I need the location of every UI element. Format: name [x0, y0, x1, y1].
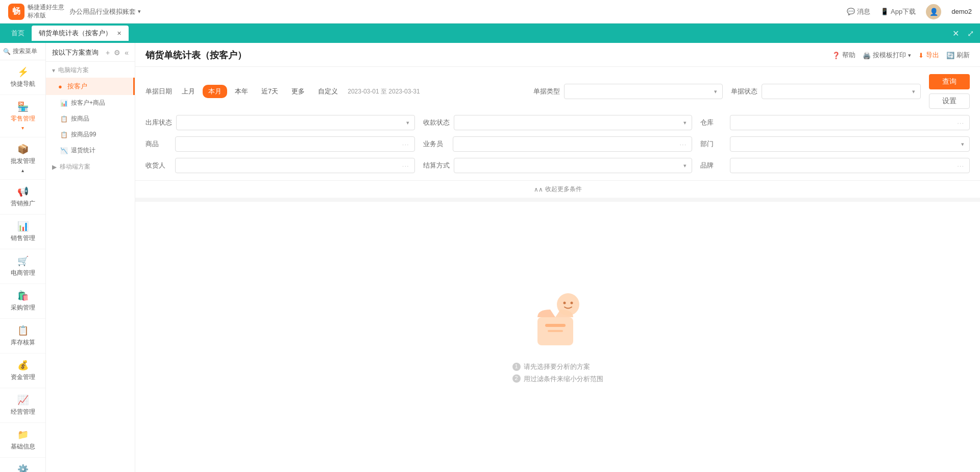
department-arrow-icon: ▾ — [961, 141, 964, 148]
user-name[interactable]: demo2 — [951, 8, 972, 15]
sidebar-item-retail[interactable]: 🏪 零售管理 ▾ — [0, 95, 45, 137]
date-more-button[interactable]: 更多 — [286, 85, 310, 98]
sidebar-item-nav[interactable]: ⚡ 快捷导航 — [0, 60, 45, 95]
mobile-group-title[interactable]: ▶ 移动端方案 — [46, 158, 135, 174]
message-icon: 💬 — [847, 8, 855, 15]
sidebar-item-finance[interactable]: 💰 资金管理 — [0, 353, 45, 388]
scheme-item-return-stat[interactable]: 📉 退货统计 — [46, 143, 135, 158]
doc-type-select[interactable]: ▾ — [564, 84, 723, 99]
page-actions: ❓ 帮助 🖨️ 按模板打印 ▾ ⬇ 导出 🔄 刷新 — [832, 51, 970, 60]
template-print-button[interactable]: 🖨️ 按模板打印 ▾ — [863, 51, 911, 60]
tab-expand-button[interactable]: ⤢ — [965, 28, 976, 39]
date-this-year-button[interactable]: 本年 — [229, 85, 254, 98]
department-label: 部门 — [700, 139, 726, 149]
sidebar-search-label: 搜索菜单 — [13, 47, 37, 56]
payment-status-arrow-icon: ▾ — [683, 120, 687, 126]
hint-num-2: 2 — [512, 374, 521, 383]
tab-home[interactable]: 首页 — [4, 26, 32, 41]
date-last-month-button[interactable]: 上月 — [176, 85, 201, 98]
scheme-item-by-customer[interactable]: ● 按客户 — [46, 78, 135, 95]
left-panel-header-icons: + ⚙ « — [106, 49, 129, 57]
page-header: 销货单统计表（按客户） ❓ 帮助 🖨️ 按模板打印 ▾ ⬇ 导出 — [135, 43, 980, 67]
sidebar-item-sales[interactable]: 📊 销售管理 — [0, 215, 45, 249]
brand-input[interactable]: ··· — [730, 158, 970, 173]
scheme-settings-button[interactable]: ⚙ — [114, 49, 120, 57]
product-input[interactable]: ··· — [175, 136, 415, 152]
sidebar-search[interactable]: 🔍 搜索菜单 — [0, 43, 45, 60]
salesperson-input[interactable]: ··· — [453, 136, 693, 152]
export-button[interactable]: ⬇ 导出 — [918, 51, 939, 60]
tab-sales-stat[interactable]: 销货单统计表（按客户） ✕ — [32, 26, 129, 41]
date-custom-button[interactable]: 自定义 — [312, 85, 344, 98]
settings-button[interactable]: 设置 — [929, 93, 970, 109]
filter-area: 单据日期 上月 本月 本年 近7天 更多 自定义 2023-03-01 至 20… — [135, 67, 980, 180]
collapse-row[interactable]: ∧∧ 收起更多条件 — [135, 180, 980, 198]
scheme-item-by-product[interactable]: 📋 按商品 — [46, 111, 135, 127]
app-download-label: App下载 — [891, 7, 916, 16]
doc-type-label: 单据类型 — [533, 87, 560, 96]
app-download-button[interactable]: 📱 App下载 — [880, 7, 916, 16]
breadcrumb-selector[interactable]: 办公用品行业模拟账套 ▾ — [69, 7, 141, 16]
message-button[interactable]: 💬 消息 — [847, 7, 870, 16]
logo-text: 畅捷通好生意 标准版 — [28, 4, 64, 19]
date-last-7-button[interactable]: 近7天 — [256, 85, 284, 98]
header-left: 畅 畅捷通好生意 标准版 办公用品行业模拟账套 ▾ — [8, 4, 141, 20]
filter-row-3: 商品 ··· 业务员 ··· 部门 — [145, 136, 970, 152]
department-filter-item: 部门 ▾ — [700, 136, 970, 152]
tab-minimize-button[interactable]: ✕ — [950, 28, 961, 39]
sidebar-item-purchase[interactable]: 🛍️ 采购管理 — [0, 284, 45, 319]
settlement-label: 结算方式 — [423, 161, 450, 170]
add-scheme-button[interactable]: + — [106, 49, 110, 57]
print-arrow-icon: ▾ — [908, 52, 911, 59]
out-status-select[interactable]: ▾ — [176, 115, 415, 130]
settlement-arrow-icon: ▾ — [683, 162, 687, 169]
desktop-group-label: 电脑端方案 — [58, 66, 89, 75]
by-customer-label: 按客户 — [67, 82, 87, 91]
query-button[interactable]: 查询 — [929, 74, 970, 89]
refresh-icon: 🔄 — [946, 52, 954, 59]
sidebar-wholesale-label: 批发管理 — [11, 157, 35, 166]
tab-home-label: 首页 — [11, 29, 24, 38]
sidebar-item-ecom[interactable]: 🛒 电商管理 — [0, 249, 45, 284]
doc-status-arrow-icon: ▾ — [912, 88, 915, 95]
tabs-bar: 首页 销货单统计表（按客户） ✕ ✕ ⤢ — [0, 23, 980, 43]
left-panel-title: 按以下方案查询 — [52, 48, 99, 57]
payment-status-select[interactable]: ▾ — [454, 115, 693, 130]
sidebar-item-operation[interactable]: 📈 经营管理 — [0, 388, 45, 423]
left-panel: 按以下方案查询 + ⚙ « ▾ 电脑端方案 ● 按客户 📊 按客户+商品 📋 — [46, 43, 135, 472]
sidebar-item-basic[interactable]: 📁 基础信息 — [0, 423, 45, 458]
logo-icon: 畅 — [8, 4, 24, 20]
operation-icon: 📈 — [17, 394, 29, 406]
settlement-select[interactable]: ▾ — [454, 158, 693, 173]
sidebar-item-inventory[interactable]: 📋 库存核算 — [0, 319, 45, 353]
scheme-item-by-product-99[interactable]: 📋 按商品99 — [46, 127, 135, 143]
export-icon: ⬇ — [918, 52, 924, 59]
return-icon: 📉 — [60, 147, 68, 154]
date-this-month-button[interactable]: 本月 — [203, 85, 227, 98]
refresh-button[interactable]: 🔄 刷新 — [946, 51, 970, 60]
warehouse-dots-icon: ··· — [957, 119, 964, 127]
wholesale-icon: 📦 — [17, 144, 29, 155]
sidebar-item-wholesale[interactable]: 📦 批发管理 ▴ — [0, 137, 45, 180]
sidebar-sales-label: 销售管理 — [11, 234, 35, 243]
sidebar-item-system[interactable]: ⚙️ 系统管理 — [0, 458, 45, 472]
tabs-controls: ✕ ⤢ — [950, 28, 976, 39]
department-select[interactable]: ▾ — [730, 136, 970, 152]
sidebar-marketing-label: 营销推广 — [11, 199, 35, 208]
empty-state: 1 请先选择要分析的方案 2 用过滤条件来缩小分析范围 — [135, 202, 980, 472]
hint-item-1: 1 请先选择要分析的方案 — [512, 361, 603, 372]
filter-row-1: 单据日期 上月 本月 本年 近7天 更多 自定义 2023-03-01 至 20… — [145, 74, 970, 109]
scheme-item-by-customer-product[interactable]: 📊 按客户+商品 — [46, 95, 135, 111]
desktop-group-title[interactable]: ▾ 电脑端方案 — [46, 62, 135, 78]
doc-status-label: 单据状态 — [731, 87, 757, 96]
warehouse-input[interactable]: ··· — [730, 115, 970, 130]
tab-close-icon[interactable]: ✕ — [117, 30, 121, 37]
doc-status-select[interactable]: ▾ — [762, 84, 921, 99]
collapse-panel-button[interactable]: « — [125, 49, 129, 57]
doc-type-arrow-icon: ▾ — [714, 88, 717, 95]
hint-text-1: 请先选择要分析的方案 — [524, 361, 590, 372]
help-button[interactable]: ❓ 帮助 — [832, 51, 855, 60]
export-label: 导出 — [926, 51, 939, 60]
receiver-input[interactable]: ··· — [175, 158, 415, 173]
sidebar-item-marketing[interactable]: 📢 营销推广 — [0, 180, 45, 215]
